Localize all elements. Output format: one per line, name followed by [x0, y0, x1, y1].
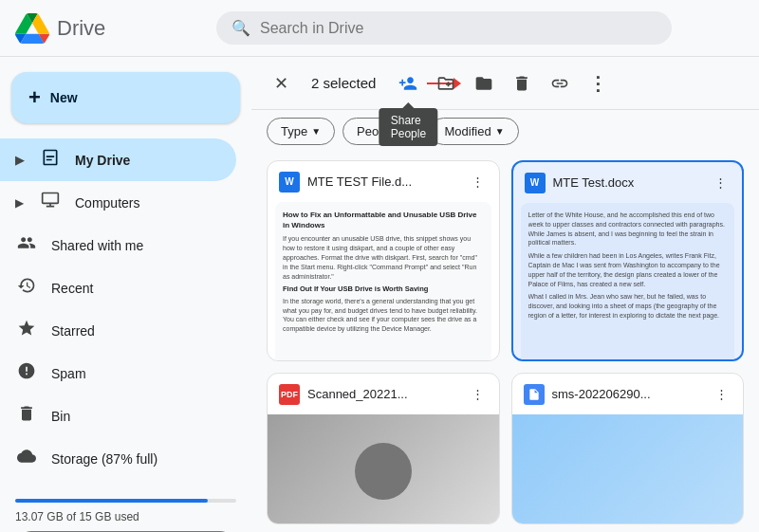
- type-filter-label: Type: [281, 124, 307, 138]
- docx-icon: W: [525, 173, 546, 193]
- share-tooltip-container: Share People: [391, 66, 425, 101]
- shared-with-me-icon: [15, 233, 38, 257]
- more-options-icon: ⋮: [588, 72, 607, 95]
- move-to-button[interactable]: [429, 66, 463, 101]
- file-more-button[interactable]: ⋮: [712, 383, 731, 405]
- files-grid: W MTE TEST File.d... ⋮ How to Fix an Unf…: [251, 153, 759, 532]
- preview-face-circle: [355, 443, 412, 500]
- file-title-area: W MTE Test.docx: [525, 173, 702, 193]
- add-to-folder-button[interactable]: [467, 66, 501, 101]
- type-filter-arrow-icon: ▼: [311, 126, 321, 137]
- plus-icon: +: [28, 85, 41, 110]
- sidebar-item-spam[interactable]: Spam: [0, 352, 236, 394]
- storage-used-text: 13.07 GB of 15 GB used: [15, 510, 236, 523]
- my-drive-label: My Drive: [75, 153, 130, 168]
- shared-with-me-label: Shared with me: [51, 238, 143, 253]
- storage-bar-background: [15, 499, 236, 503]
- my-drive-icon: [39, 148, 62, 172]
- bin-label: Bin: [51, 409, 70, 424]
- toolbar-actions: Share People: [391, 64, 615, 102]
- selected-count-label: 2 selected: [311, 75, 376, 91]
- file-image-preview: [268, 414, 499, 524]
- toolbar: ✕ 2 selected Share People: [251, 57, 759, 110]
- file-card-mte-test-file[interactable]: W MTE TEST File.d... ⋮ How to Fix an Unf…: [267, 160, 500, 361]
- sidebar-item-computers[interactable]: ▶ Computers: [0, 181, 236, 224]
- people-filter-arrow-icon: ▼: [399, 126, 409, 137]
- sidebar-item-my-drive[interactable]: ▶ My Drive: [0, 138, 236, 181]
- file-name-label: Scanned_20221...: [307, 387, 408, 401]
- file-name-label: MTE TEST File.d...: [307, 174, 412, 189]
- file-card-scanned-pdf[interactable]: PDF Scanned_20221... ⋮: [267, 373, 500, 524]
- content-area: ✕ 2 selected Share People: [251, 57, 759, 532]
- recent-label: Recent: [51, 281, 93, 296]
- file-preview: How to Fix an Unformattable and Unusable…: [275, 202, 491, 361]
- storage-icon: [15, 447, 38, 470]
- file-name-label: MTE Test.docx: [553, 175, 635, 190]
- file-card-sms-gdoc[interactable]: sms-202206290... ⋮: [511, 373, 745, 524]
- header: Drive 🔍: [0, 0, 759, 57]
- copy-link-button[interactable]: [543, 66, 577, 101]
- sidebar-item-bin[interactable]: Bin: [0, 394, 236, 437]
- file-card-mte-test-docx[interactable]: W MTE Test.docx ⋮ Letter of the White Ho…: [511, 160, 745, 361]
- file-card-header: PDF Scanned_20221... ⋮: [268, 374, 499, 414]
- sidebar-item-recent[interactable]: Recent: [0, 266, 236, 309]
- main-layout: + New ▶ My Drive ▶ Computers Shared with…: [0, 57, 759, 532]
- file-title-area: W MTE TEST File.d...: [279, 172, 458, 193]
- sidebar-item-starred[interactable]: Starred: [0, 309, 236, 352]
- deselect-button[interactable]: ✕: [267, 65, 296, 101]
- pdf-icon: PDF: [279, 384, 300, 405]
- file-name-label: sms-202206290...: [552, 387, 651, 401]
- new-button-label: New: [50, 90, 78, 105]
- file-title-area: PDF Scanned_20221...: [279, 384, 458, 405]
- recent-icon: [15, 276, 38, 300]
- spam-label: Spam: [51, 366, 86, 381]
- docx-icon: W: [279, 172, 300, 193]
- type-filter-chip[interactable]: Type ▼: [267, 118, 335, 145]
- filter-bar: Type ▼ People ▼ Modified ▼: [251, 110, 759, 153]
- modified-filter-arrow-icon: ▼: [495, 126, 505, 137]
- sidebar: + New ▶ My Drive ▶ Computers Shared with…: [0, 57, 251, 532]
- expand-computers-arrow-icon: ▶: [15, 196, 24, 210]
- new-button[interactable]: + New: [11, 72, 240, 123]
- people-filter-chip[interactable]: People ▼: [342, 118, 422, 145]
- search-icon: 🔍: [231, 19, 250, 37]
- file-more-button[interactable]: ⋮: [468, 383, 488, 405]
- sidebar-item-shared-with-me[interactable]: Shared with me: [0, 224, 236, 266]
- storage-section: 13.07 GB of 15 GB used Get more storage: [0, 480, 251, 532]
- computers-label: Computers: [75, 195, 139, 211]
- file-more-button[interactable]: ⋮: [711, 172, 731, 193]
- bin-icon: [15, 404, 38, 428]
- file-card-header: W MTE TEST File.d... ⋮: [268, 161, 499, 202]
- storage-bar-fill: [15, 499, 208, 503]
- modified-filter-label: Modified: [444, 124, 491, 138]
- app-title: Drive: [57, 16, 105, 41]
- expand-arrow-icon: ▶: [15, 154, 24, 167]
- file-card-header: W MTE Test.docx ⋮: [513, 162, 743, 203]
- file-image-preview: [512, 414, 744, 524]
- svg-rect-0: [43, 193, 59, 204]
- logo-area: Drive: [15, 11, 205, 46]
- sidebar-item-storage[interactable]: Storage (87% full): [0, 437, 236, 480]
- search-input[interactable]: [260, 20, 657, 37]
- file-preview: Letter of the White House, and he accomp…: [521, 203, 735, 361]
- search-bar[interactable]: 🔍: [216, 11, 672, 45]
- more-options-button[interactable]: ⋮: [581, 64, 615, 102]
- file-card-header: sms-202206290... ⋮: [512, 374, 744, 414]
- drive-logo-icon: [15, 11, 49, 46]
- delete-button[interactable]: [505, 66, 539, 101]
- spam-icon: [15, 361, 38, 385]
- modified-filter-chip[interactable]: Modified ▼: [430, 118, 518, 145]
- computers-icon: [39, 191, 62, 214]
- people-filter-label: People: [357, 124, 395, 138]
- starred-label: Starred: [51, 323, 95, 339]
- storage-label: Storage (87% full): [51, 451, 157, 467]
- starred-icon: [15, 319, 38, 342]
- share-people-button[interactable]: [391, 66, 425, 101]
- close-icon: ✕: [274, 73, 288, 94]
- gdoc-icon: [524, 384, 545, 405]
- file-more-button[interactable]: ⋮: [468, 171, 488, 193]
- file-title-area: sms-202206290...: [524, 384, 703, 405]
